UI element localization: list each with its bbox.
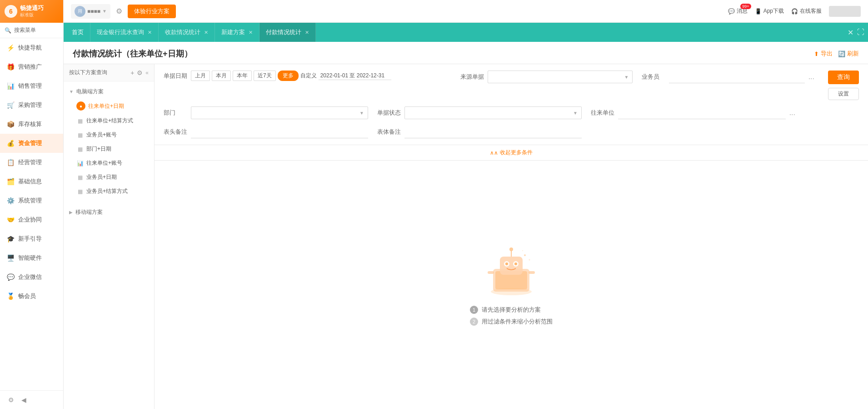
sidebar-item-enterprise[interactable]: 🤝 企业协同 <box>0 210 63 229</box>
sidebar-item-fund[interactable]: 💰 资金管理 <box>0 134 63 153</box>
source-doc-select[interactable]: ▼ <box>488 71 633 83</box>
sidebar-item-sales[interactable]: 📊 销售管理 <box>0 76 63 96</box>
tab-close-payment-stats[interactable]: ✕ <box>305 30 309 35</box>
date-btn-this-year[interactable]: 本年 <box>233 71 252 81</box>
app-download-action[interactable]: 📱 App下载 <box>755 7 784 15</box>
date-buttons: 上月 本月 本年 近7天 更多 自定义 <box>191 71 391 81</box>
scheme-header-actions: + ⚙ <box>130 69 143 76</box>
quick-nav-icon: ⚡ <box>6 44 15 52</box>
tab-receipt-stats[interactable]: 收款情况统计 ✕ <box>159 23 215 42</box>
scheme-item-salesman-date[interactable]: ▦ 业务员+日期 <box>64 170 154 184</box>
tabs-bar: 首页 现金银行流水查询 ✕ 收款情况统计 ✕ 新建方案 ✕ 付款情况统计 ✕ ✕… <box>64 23 868 42</box>
date-filter-field: 单据日期 上月 本月 本年 近7天 更多 自定义 <box>164 71 451 81</box>
tab-close-all-icon[interactable]: ✕ <box>848 28 853 37</box>
content-area: 付款情况统计（往来单位+日期） ⬆ 导出 🔄 刷新 按以下方案查询 + <box>64 42 868 409</box>
marketing-icon: 🎁 <box>6 63 15 71</box>
mobile-arrow-icon: ▶ <box>69 210 73 215</box>
scheme-settings-icon[interactable]: ⚙ <box>137 69 143 76</box>
date-range-input[interactable] <box>319 71 391 80</box>
scheme-item-partner-settle[interactable]: ▦ 往来单位+结算方式 <box>64 114 154 128</box>
date-btn-last-month[interactable]: 上月 <box>191 71 210 81</box>
sidebar: 6 畅捷通巧 标准版 🔍 搜索菜单 ⚡ 快捷导航 🎁 营销推广 📊 销售管理 🛒… <box>0 0 64 409</box>
scheme-item-salesman-settle[interactable]: ▦ 业务员+结算方式 <box>64 184 154 198</box>
bottom-settings-icon[interactable]: ⚙ <box>6 395 15 404</box>
scheme-icon-partner-account: 📊 <box>76 160 84 167</box>
sidebar-item-base-info[interactable]: 🗂️ 基础信息 <box>0 172 63 191</box>
query-button[interactable]: 查询 <box>828 71 859 84</box>
sidebar-item-inventory[interactable]: 📦 库存核算 <box>0 115 63 134</box>
filter-row-3: 表头备注 表体备注 <box>164 126 859 138</box>
sidebar-item-member[interactable]: 🏅 畅会员 <box>0 287 63 306</box>
partner-dots-icon[interactable]: ... <box>789 109 795 117</box>
export-button[interactable]: ⬆ 导出 <box>814 50 833 58</box>
header-note-label: 表头备注 <box>164 128 187 136</box>
date-btn-7days[interactable]: 近7天 <box>254 71 276 81</box>
collapse-bar[interactable]: ∧∧ 收起更多条件 <box>155 145 868 161</box>
sidebar-item-quick-nav[interactable]: ⚡ 快捷导航 <box>0 38 63 57</box>
scheme-item-dept-date[interactable]: ▦ 部门+日期 <box>64 142 154 156</box>
source-doc-field: 来源单据 ▼ <box>460 71 633 83</box>
scheme-item-partner-account[interactable]: 📊 往来单位+账号 <box>64 156 154 170</box>
system-icon: ⚙️ <box>6 197 15 205</box>
svg-rect-3 <box>500 257 523 275</box>
trial-industry-button[interactable]: 体验行业方案 <box>128 5 176 18</box>
topbar: 用 ■■■■ ▼ ⚙ 体验行业方案 💬 消息 99+ 📱 App下载 🎧 在线客… <box>64 0 868 23</box>
user-company: ■■■■ <box>87 8 100 15</box>
refresh-icon: 🔄 <box>838 50 845 57</box>
page-header: 付款情况统计（往来单位+日期） ⬆ 导出 🔄 刷新 <box>64 42 868 64</box>
sidebar-item-hardware[interactable]: 🖥️ 智能硬件 <box>0 248 63 268</box>
messages-action[interactable]: 💬 消息 99+ <box>728 7 748 15</box>
online-service-action[interactable]: 🎧 在线客服 <box>791 7 822 15</box>
dept-select[interactable]: ▼ <box>191 106 368 119</box>
sidebar-item-operations[interactable]: 📋 经营管理 <box>0 153 63 172</box>
sidebar-nav: ⚡ 快捷导航 🎁 营销推广 📊 销售管理 🛒 采购管理 📦 库存核算 💰 资金管… <box>0 38 63 390</box>
sidebar-item-purchase[interactable]: 🛒 采购管理 <box>0 96 63 115</box>
page-title: 付款情况统计（往来单位+日期） <box>73 48 192 59</box>
partner-field: 往来单位 ... <box>591 106 795 119</box>
desktop-scheme-title[interactable]: ▼ 电脑端方案 <box>64 85 154 98</box>
logo-icon: 6 <box>5 5 17 18</box>
header-note-input[interactable] <box>191 126 368 138</box>
sidebar-item-marketing[interactable]: 🎁 营销推广 <box>0 57 63 76</box>
date-btn-this-month[interactable]: 本月 <box>212 71 231 81</box>
header-note-field: 表头备注 <box>164 126 368 138</box>
source-doc-label: 来源单据 <box>460 73 484 81</box>
body-note-field: 表体备注 <box>377 126 582 138</box>
doc-status-select[interactable]: ▼ <box>404 106 582 119</box>
refresh-button[interactable]: 🔄 刷新 <box>838 50 859 58</box>
tab-close-bank-flow[interactable]: ✕ <box>148 30 152 35</box>
filter-area: 单据日期 上月 本月 本年 近7天 更多 自定义 <box>155 64 868 145</box>
sidebar-item-system[interactable]: ⚙️ 系统管理 <box>0 191 63 210</box>
scheme-item-partner-date[interactable]: ● 往来单位+日期 <box>64 98 154 114</box>
svg-point-6 <box>505 263 508 265</box>
sidebar-item-guide[interactable]: 🎓 新手引导 <box>0 229 63 248</box>
tab-bank-flow[interactable]: 现金银行流水查询 ✕ <box>90 23 159 42</box>
tab-new-scheme[interactable]: 新建方案 ✕ <box>215 23 259 42</box>
sidebar-item-wechat[interactable]: 💬 企业微信 <box>0 268 63 287</box>
tab-home[interactable]: 首页 <box>67 23 90 42</box>
salesman-input[interactable] <box>669 71 804 83</box>
scheme-item-salesman-account[interactable]: ▦ 业务员+账号 <box>64 128 154 142</box>
bottom-collapse-icon[interactable]: ◀ <box>19 395 28 404</box>
scheme-collapse-icon[interactable]: « <box>145 70 149 76</box>
body-note-input[interactable] <box>404 126 582 138</box>
tab-maximize-icon[interactable]: ⛶ <box>857 28 864 36</box>
doc-status-arrow-icon: ▼ <box>573 111 578 116</box>
scheme-add-icon[interactable]: + <box>130 69 134 76</box>
tab-payment-stats[interactable]: 付款情况统计 ✕ <box>259 23 316 42</box>
mobile-scheme-title[interactable]: ▶ 移动端方案 <box>64 206 154 219</box>
tab-close-new-scheme[interactable]: ✕ <box>249 30 253 35</box>
date-btn-more[interactable]: 更多 <box>278 71 299 81</box>
tab-close-receipt-stats[interactable]: ✕ <box>204 30 208 35</box>
dept-field: 部门 ▼ <box>164 106 368 119</box>
topbar-user[interactable]: 用 ■■■■ ▼ <box>71 4 110 19</box>
salesman-dots-icon[interactable]: ... <box>808 73 814 81</box>
export-icon: ⬆ <box>814 50 819 57</box>
filter-settings-button[interactable]: 设置 <box>828 88 859 100</box>
partner-input[interactable] <box>618 106 786 119</box>
search-icon: 🔍 <box>5 27 11 34</box>
settings-gear-icon[interactable]: ⚙ <box>116 7 122 15</box>
scheme-icon-salesman-account: ▦ <box>76 131 84 139</box>
search-menu[interactable]: 🔍 搜索菜单 <box>0 23 63 38</box>
chevron-down-icon: ▼ <box>102 9 107 14</box>
